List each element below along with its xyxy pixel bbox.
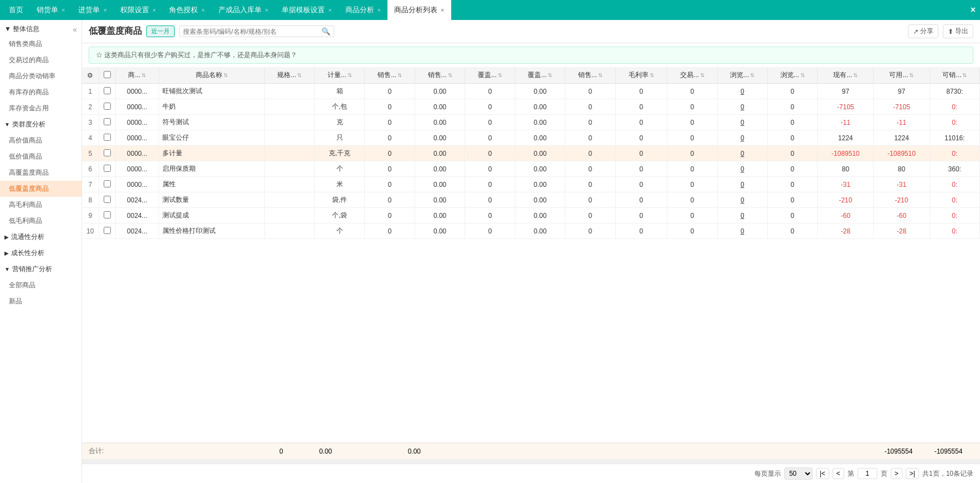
sidebar-collapse-button[interactable]: « (73, 25, 77, 34)
row-browse1[interactable]: 0 (717, 130, 767, 146)
row-spec (264, 161, 314, 177)
nav-tab-permissions[interactable]: 权限设置 × (114, 0, 162, 20)
prev-page-button[interactable]: < (833, 468, 844, 479)
footer-cover2: 0.00 (392, 448, 436, 455)
select-all-checkbox[interactable] (104, 71, 111, 78)
search-input[interactable] (183, 28, 321, 35)
close-icon[interactable]: × (441, 7, 444, 13)
nav-tab-warehouse[interactable]: 产成品入库单 × (212, 0, 275, 20)
row-spec (264, 84, 314, 99)
close-icon[interactable]: × (328, 7, 331, 13)
col-available-stock[interactable]: 可用...⇅ (874, 67, 930, 84)
sidebar-item-low-coverage[interactable]: 低覆盖度商品 (0, 181, 81, 197)
sidebar-item-traded-goods[interactable]: 交易过的商品 (0, 52, 81, 68)
sidebar-section-growth[interactable]: ▶ 成长性分析 (0, 245, 81, 261)
col-code[interactable]: 商...⇅ (115, 67, 159, 84)
row-browse2: 0 (767, 192, 817, 208)
export-button[interactable]: ⬆ 导出 (943, 24, 973, 38)
sidebar-item-low-margin[interactable]: 低毛利商品 (0, 213, 81, 229)
row-checkbox[interactable] (99, 223, 115, 239)
nav-tab-analysis-list[interactable]: 商品分析列表 × (387, 0, 451, 20)
sidebar-item-all-goods[interactable]: 全部商品 (0, 277, 81, 293)
next-page-button[interactable]: > (891, 468, 902, 479)
table-row: 3 0000... 符号测试 克 0 0.00 0 0.00 0 0 0 0 0… (82, 115, 980, 130)
row-checkbox[interactable] (99, 208, 115, 223)
row-num: 5 (82, 146, 99, 161)
col-sales3[interactable]: 销售...⇅ (565, 67, 615, 84)
col-spec[interactable]: 规格...⇅ (264, 67, 314, 84)
row-browse1[interactable]: 0 (717, 99, 767, 115)
row-available-stock: 97 (874, 84, 930, 99)
nav-tab-sales[interactable]: 销货单 × (30, 0, 72, 20)
page-number-input[interactable] (858, 468, 877, 479)
sidebar-section-liquidity[interactable]: ▶ 流通性分析 (0, 229, 81, 245)
row-browse1[interactable]: 0 (717, 84, 767, 99)
col-cover1[interactable]: 覆盖...⇅ (465, 67, 515, 84)
sidebar-item-stocked-goods[interactable]: 有库存的商品 (0, 84, 81, 100)
row-salable: 360: (930, 161, 980, 177)
close-icon[interactable]: × (377, 7, 381, 13)
row-checkbox[interactable] (99, 146, 115, 161)
last-page-button[interactable]: >| (906, 468, 919, 479)
sidebar-section-marketing[interactable]: ▼ 营销推广分析 (0, 261, 81, 277)
first-page-button[interactable]: |< (816, 468, 829, 479)
row-checkbox[interactable] (99, 84, 115, 99)
row-browse1[interactable]: 0 (717, 146, 767, 161)
close-icon[interactable]: × (201, 7, 205, 13)
row-checkbox[interactable] (99, 115, 115, 130)
row-checkbox[interactable] (99, 177, 115, 192)
row-code: 0000... (115, 84, 159, 99)
col-name[interactable]: 商品名称⇅ (159, 67, 264, 84)
close-icon[interactable]: × (103, 7, 106, 13)
col-browse1[interactable]: 浏览...⇅ (717, 67, 767, 84)
sidebar-item-sales-goods[interactable]: 销售类商品 (0, 36, 81, 52)
nav-tab-templates[interactable]: 单据模板设置 × (275, 0, 338, 20)
row-browse1[interactable]: 0 (717, 223, 767, 239)
row-checkbox[interactable] (99, 192, 115, 208)
sidebar-item-capital[interactable]: 库存资金占用 (0, 100, 81, 116)
col-checkbox[interactable] (99, 67, 115, 84)
share-button[interactable]: ↗ 分享 (908, 24, 938, 38)
row-browse1[interactable]: 0 (717, 208, 767, 223)
row-browse1[interactable]: 0 (717, 115, 767, 130)
row-checkbox[interactable] (99, 130, 115, 146)
window-close-button[interactable]: × (971, 5, 976, 15)
row-browse1[interactable]: 0 (717, 192, 767, 208)
row-checkbox[interactable] (99, 99, 115, 115)
close-icon[interactable]: × (62, 7, 65, 13)
sidebar-item-low-value[interactable]: 低价值商品 (0, 149, 81, 165)
page-size-select[interactable]: 20 50 100 (784, 467, 813, 480)
sidebar-item-high-margin[interactable]: 高毛利商品 (0, 197, 81, 213)
col-browse2[interactable]: 浏览...⇅ (767, 67, 817, 84)
close-icon[interactable]: × (265, 7, 268, 13)
col-cover2[interactable]: 覆盖...⇅ (515, 67, 565, 84)
nav-tab-home[interactable]: 首页 (2, 0, 30, 20)
col-gross-margin[interactable]: 毛利率⇅ (615, 67, 667, 84)
nav-tab-roles[interactable]: 角色授权 × (162, 0, 211, 20)
col-current-stock[interactable]: 现有...⇅ (818, 67, 874, 84)
col-settings[interactable]: ⚙ (82, 67, 99, 84)
row-browse2: 0 (767, 208, 817, 223)
col-salable[interactable]: 可销...⇅ (930, 67, 980, 84)
row-name: 旺铺批次测试 (159, 84, 264, 99)
sidebar-section-category[interactable]: ▼ 类群度分析 (0, 116, 81, 133)
close-icon[interactable]: × (152, 7, 156, 13)
sidebar-item-new-goods[interactable]: 新品 (0, 293, 81, 309)
sidebar-item-high-value[interactable]: 高价值商品 (0, 133, 81, 149)
nav-tab-analysis[interactable]: 商品分析 × (339, 0, 387, 20)
row-checkbox[interactable] (99, 161, 115, 177)
row-code: 0024... (115, 208, 159, 223)
nav-tab-purchase[interactable]: 进货单 × (72, 0, 113, 20)
sidebar-item-high-coverage[interactable]: 高覆盖度商品 (0, 165, 81, 181)
time-filter-badge[interactable]: 近一月 (146, 26, 175, 37)
row-salable: 0: (930, 99, 980, 115)
row-num: 10 (82, 223, 99, 239)
row-browse1[interactable]: 0 (717, 161, 767, 177)
col-trade[interactable]: 交易...⇅ (667, 67, 717, 84)
col-sales-amt[interactable]: 销售...⇅ (415, 67, 465, 84)
row-sales-qty: 0 (365, 161, 415, 177)
col-unit[interactable]: 计量...⇅ (315, 67, 365, 84)
col-sales-qty[interactable]: 销售...⇅ (365, 67, 415, 84)
sidebar-item-category-rate[interactable]: 商品分类动销率 (0, 68, 81, 84)
row-browse1[interactable]: 0 (717, 177, 767, 192)
